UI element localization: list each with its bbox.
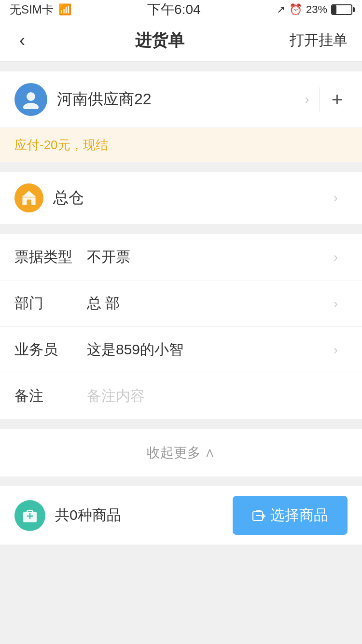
notice-bar: 应付-20元，现结 — [0, 128, 362, 162]
ticket-type-value: 不开票 — [82, 247, 334, 267]
form-row-ticket-type[interactable]: 票据类型 不开票 › — [0, 234, 362, 280]
open-pending-button[interactable]: 打开挂单 — [290, 30, 348, 50]
product-icon — [14, 500, 45, 531]
nav-bar: ‹ 进货单 打开挂单 — [0, 19, 362, 62]
department-value: 总 部 — [82, 294, 334, 313]
supplier-avatar — [14, 83, 47, 116]
form-row-salesperson[interactable]: 业务员 这是859的小智 › — [0, 327, 362, 373]
select-product-label: 选择商品 — [270, 505, 328, 525]
supplier-chevron-icon: › — [305, 92, 309, 107]
supplier-section: 河南供应商22 › + 应付-20元，现结 — [0, 71, 362, 162]
warehouse-row[interactable]: 总仓 › — [0, 172, 362, 224]
note-label: 备注 — [14, 386, 82, 406]
battery-percent: 23% — [306, 3, 327, 16]
wifi-icon: 📶 — [58, 3, 71, 16]
ticket-type-chevron-icon: › — [334, 250, 338, 265]
alarm-icon: ⏰ — [289, 3, 302, 16]
collapse-label: 收起更多 ∧ — [147, 444, 216, 462]
form-row-note[interactable]: 备注 备注内容 — [0, 373, 362, 420]
section-divider-1 — [0, 62, 362, 71]
collapse-row[interactable]: 收起更多 ∧ — [0, 429, 362, 476]
warehouse-icon — [14, 183, 43, 212]
note-placeholder: 备注内容 — [82, 386, 348, 406]
svg-point-0 — [27, 92, 35, 101]
status-time: 下午6:04 — [147, 0, 201, 19]
svg-marker-3 — [22, 191, 36, 196]
section-divider-2 — [0, 162, 362, 172]
warehouse-name: 总仓 — [53, 187, 334, 209]
warehouse-section: 总仓 › — [0, 172, 362, 224]
form-row-department[interactable]: 部门 总 部 › — [0, 280, 362, 327]
svg-rect-4 — [27, 199, 31, 205]
bottom-bar: 共0种商品 选择商品 — [0, 486, 362, 545]
carrier-text: 无SIM卡 — [10, 2, 54, 17]
battery-icon — [331, 4, 352, 15]
product-count-text: 共0种商品 — [55, 505, 233, 525]
status-left: 无SIM卡 📶 — [10, 2, 71, 17]
supplier-row[interactable]: 河南供应商22 › + — [0, 71, 362, 128]
salesperson-label: 业务员 — [14, 340, 82, 360]
department-chevron-icon: › — [334, 296, 338, 311]
department-label: 部门 — [14, 294, 82, 313]
add-supplier-button[interactable]: + — [327, 89, 348, 111]
back-button[interactable]: ‹ — [14, 26, 30, 56]
status-right: ↗ ⏰ 23% — [277, 3, 352, 16]
supplier-name: 河南供应商22 — [57, 89, 305, 110]
vertical-divider — [319, 87, 320, 112]
salesperson-value: 这是859的小智 — [82, 340, 334, 360]
form-section: 票据类型 不开票 › 部门 总 部 › 业务员 这是859的小智 › 备注 备注… — [0, 234, 362, 420]
svg-point-1 — [23, 103, 39, 109]
select-product-button[interactable]: 选择商品 — [233, 496, 348, 535]
warehouse-chevron-icon: › — [334, 190, 338, 206]
status-bar: 无SIM卡 📶 下午6:04 ↗ ⏰ 23% — [0, 0, 362, 19]
location-icon: ↗ — [277, 3, 285, 16]
page-title: 进货单 — [135, 29, 184, 52]
salesperson-chevron-icon: › — [334, 342, 338, 358]
notice-text: 应付-20元，现结 — [14, 138, 108, 152]
ticket-type-label: 票据类型 — [14, 247, 82, 267]
